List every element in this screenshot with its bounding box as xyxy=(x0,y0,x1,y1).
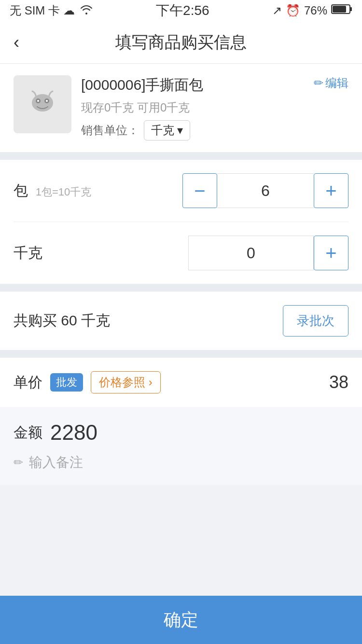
total-section: 共购买 60 千克 录批次 xyxy=(0,292,362,350)
note-placeholder: 输入备注 xyxy=(29,453,83,472)
section-divider-2 xyxy=(0,284,362,292)
quantity-section: 包 1包=10千克 − + 千克 + xyxy=(0,160,362,284)
alarm-icon: ⏰ xyxy=(286,4,300,17)
svg-rect-2 xyxy=(333,6,346,13)
increment-bao-button[interactable]: + xyxy=(314,173,348,208)
status-time: 下午2:56 xyxy=(156,1,209,20)
edit-button[interactable]: ✏ 编辑 xyxy=(314,75,348,91)
note-row[interactable]: ✏ 输入备注 xyxy=(14,453,348,472)
svg-point-6 xyxy=(37,100,39,102)
status-left: 无 SIM 卡 ☁ xyxy=(10,3,93,18)
nav-bar: ‹ 填写商品购买信息 xyxy=(0,21,362,64)
quantity-hint-bao: 1包=10千克 xyxy=(36,186,92,198)
product-thumbnail xyxy=(14,75,71,133)
quantity-controls-kg: + xyxy=(188,236,348,270)
quantity-row-bao: 包 1包=10千克 − + xyxy=(14,160,348,222)
confirm-button[interactable]: 确定 xyxy=(164,608,198,632)
total-text: 共购买 60 千克 xyxy=(14,311,110,331)
section-divider-3 xyxy=(0,350,362,358)
quantity-controls-bao: − + xyxy=(182,173,348,208)
status-right: ↗ ⏰ 76% xyxy=(272,4,352,17)
quantity-label-kg: 千克 xyxy=(14,243,42,263)
unit-select[interactable]: 千克 ▾ xyxy=(144,120,190,140)
quantity-input-bao[interactable] xyxy=(217,173,314,208)
battery-icon xyxy=(331,4,352,17)
amount-value: 2280 xyxy=(50,420,97,445)
svg-rect-1 xyxy=(350,7,352,11)
wifi-icon xyxy=(80,4,93,17)
quantity-row-kg: 千克 + xyxy=(14,222,348,284)
price-value: 38 xyxy=(329,372,348,392)
status-bar: 无 SIM 卡 ☁ 下午2:56 ↗ ⏰ 76% xyxy=(0,0,362,21)
batch-button[interactable]: 录批次 xyxy=(283,305,348,336)
price-label: 单价 xyxy=(14,373,42,392)
dropdown-icon: ▾ xyxy=(177,124,183,137)
pencil-icon: ✏ xyxy=(14,456,23,469)
location-icon: ↗ xyxy=(272,4,282,17)
amount-section: 金额 2280 ✏ 输入备注 xyxy=(0,407,362,485)
battery-text: 76% xyxy=(304,4,327,17)
product-unit-row: 销售单位： 千克 ▾ xyxy=(81,120,304,140)
amount-row: 金额 2280 xyxy=(14,420,348,445)
amount-label: 金额 xyxy=(14,423,42,443)
confirm-bar[interactable]: 确定 xyxy=(0,596,362,644)
price-type-tag: 批发 xyxy=(50,373,83,392)
edit-icon: ✏ xyxy=(314,76,323,90)
product-info: [0000006]手撕面包 现存0千克 可用0千克 销售单位： 千克 ▾ xyxy=(81,75,304,140)
price-section: 单价 批发 价格参照 › 38 xyxy=(0,358,362,407)
section-divider-1 xyxy=(0,152,362,160)
no-sim-text: 无 SIM 卡 ☁ xyxy=(10,3,75,18)
quantity-label-bao: 包 1包=10千克 xyxy=(14,181,91,201)
price-reference-button[interactable]: 价格参照 › xyxy=(91,371,161,393)
svg-point-7 xyxy=(46,100,48,102)
decrement-bao-button[interactable]: − xyxy=(182,173,217,208)
back-button[interactable]: ‹ xyxy=(14,32,19,53)
page-title: 填写商品购买信息 xyxy=(115,31,247,54)
product-stock: 现存0千克 可用0千克 xyxy=(81,100,304,115)
unit-label: 销售单位： xyxy=(81,123,139,138)
price-left: 单价 批发 价格参照 › xyxy=(14,371,161,393)
quantity-input-kg[interactable] xyxy=(188,236,314,270)
product-name: [0000006]手撕面包 xyxy=(81,75,304,95)
product-card: [0000006]手撕面包 现存0千克 可用0千克 销售单位： 千克 ▾ ✏ 编… xyxy=(0,64,362,152)
increment-kg-button[interactable]: + xyxy=(314,236,348,270)
